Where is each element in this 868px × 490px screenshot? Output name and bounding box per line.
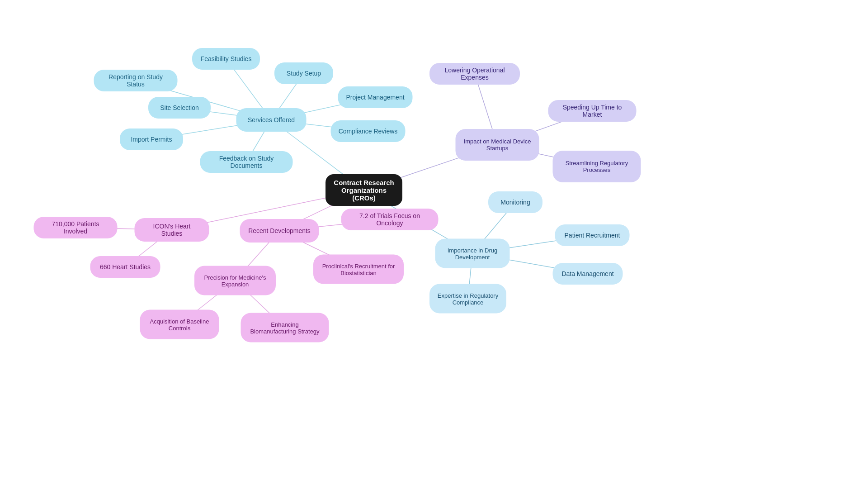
- node-import-permits[interactable]: Import Permits: [120, 128, 183, 150]
- node-compliance-reviews[interactable]: Compliance Reviews: [331, 120, 406, 142]
- center-node[interactable]: Contract Research Organizations (CROs): [326, 174, 402, 206]
- node-expertise-regulatory[interactable]: Expertise in Regulatory Compliance: [429, 284, 506, 314]
- node-icons-heart-studies[interactable]: ICON's Heart Studies: [135, 218, 209, 242]
- node-reporting-on-study-status[interactable]: Reporting on Study Status: [94, 70, 178, 91]
- node-data-management[interactable]: Data Management: [553, 263, 623, 285]
- node-feasibility-studies[interactable]: Feasibility Studies: [192, 48, 260, 70]
- node-lowering-operational[interactable]: Lowering Operational Expenses: [429, 63, 520, 85]
- node-enhancing-biomanufacturing[interactable]: Enhancing Biomanufacturing Strategy: [241, 313, 329, 343]
- node-proclinicals-recruitment[interactable]: Proclinical's Recruitment for Biostatist…: [313, 255, 404, 284]
- node-site-selection[interactable]: Site Selection: [148, 97, 211, 119]
- node-660-heart-studies[interactable]: 660 Heart Studies: [90, 256, 160, 278]
- node-acquisition-baseline[interactable]: Acquisition of Baseline Controls: [140, 310, 219, 339]
- node-project-management[interactable]: Project Management: [338, 86, 413, 108]
- mind-map: Contract Research Organizations (CROs)Se…: [0, 0, 868, 490]
- node-recent-developments[interactable]: Recent Developments: [240, 219, 319, 243]
- node-services-offered[interactable]: Services Offered: [236, 108, 307, 132]
- node-7-2-trials-oncology[interactable]: 7.2 of Trials Focus on Oncology: [341, 209, 439, 230]
- node-streamlining-regulatory[interactable]: Streamlining Regulatory Processes: [553, 151, 641, 182]
- node-patient-recruitment[interactable]: Patient Recruitment: [555, 224, 630, 246]
- node-feedback-on-study-docs[interactable]: Feedback on Study Documents: [200, 151, 293, 173]
- node-impact-medical-device[interactable]: Impact on Medical Device Startups: [456, 129, 539, 161]
- node-710000-patients[interactable]: 710,000 Patients Involved: [34, 217, 118, 238]
- node-study-setup[interactable]: Study Setup: [274, 62, 333, 84]
- node-monitoring[interactable]: Monitoring: [488, 191, 542, 213]
- node-importance-drug-dev[interactable]: Importance in Drug Development: [435, 239, 510, 268]
- node-precision-medicines[interactable]: Precision for Medicine's Expansion: [194, 266, 276, 295]
- node-speeding-up-time[interactable]: Speeding Up Time to Market: [548, 100, 637, 122]
